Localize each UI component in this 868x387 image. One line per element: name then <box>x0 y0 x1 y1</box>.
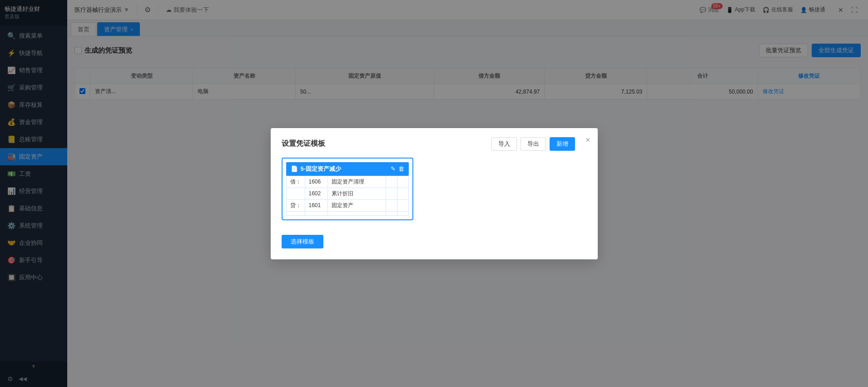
entry-extra2-0 <box>397 176 408 188</box>
template-entry-row: 贷： 1601 固定资产 <box>286 199 408 211</box>
select-template-btn[interactable]: 选择模板 <box>282 235 323 248</box>
template-edit-btn[interactable]: ✎ <box>391 165 396 172</box>
template-card-title: 📄 5-固定资产减少 <box>291 165 342 173</box>
entry-code-1: 1602 <box>305 188 327 199</box>
modal-toolbar: 导入 导出 新增 <box>491 137 575 151</box>
entry-account-1: 累计折旧 <box>327 188 386 199</box>
entry-extra2-1 <box>397 188 408 199</box>
entry-extra2-3 <box>397 211 408 215</box>
entry-code-3 <box>305 211 327 215</box>
template-card: 📄 5-固定资产减少 ✎ 🗑 借： 1606 固定资产清理 <box>282 158 413 220</box>
entry-direction-1 <box>286 188 305 199</box>
new-template-btn[interactable]: 新增 <box>550 137 575 151</box>
template-name: 5-固定资产减少 <box>301 165 342 173</box>
template-doc-icon: 📄 <box>291 165 298 172</box>
entry-direction-3 <box>286 211 305 215</box>
modal-overlay: 设置凭证模板 × 导入 导出 新增 📄 5-固定资产减少 ✎ 🗑 <box>0 0 868 387</box>
entry-extra-0 <box>386 176 397 188</box>
template-entries-table: 借： 1606 固定资产清理 1602 累计折旧 贷： <box>286 176 409 216</box>
entry-extra-1 <box>386 188 397 199</box>
entry-extra2-2 <box>397 199 408 211</box>
select-template-wrapper: 选择模板 <box>282 228 587 248</box>
entry-account-2: 固定资产 <box>327 199 386 211</box>
entry-account-0: 固定资产清理 <box>327 176 386 188</box>
entry-direction-0: 借： <box>286 176 305 188</box>
export-btn[interactable]: 导出 <box>521 137 546 151</box>
template-delete-btn[interactable]: 🗑 <box>398 165 404 172</box>
modal-close-btn[interactable]: × <box>585 135 590 145</box>
entry-code-2: 1601 <box>305 199 327 211</box>
entry-extra-2 <box>386 199 397 211</box>
import-btn[interactable]: 导入 <box>491 137 517 151</box>
template-entry-row <box>286 211 408 215</box>
entry-direction-2: 贷： <box>286 199 305 211</box>
entry-account-3 <box>327 211 386 215</box>
template-card-header: 📄 5-固定资产减少 ✎ 🗑 <box>286 162 409 176</box>
template-entry-row: 1602 累计折旧 <box>286 188 408 199</box>
entry-extra-3 <box>386 211 397 215</box>
entry-code-0: 1606 <box>305 176 327 188</box>
template-entry-row: 借： 1606 固定资产清理 <box>286 176 408 188</box>
modal-set-template: 设置凭证模板 × 导入 导出 新增 📄 5-固定资产减少 ✎ 🗑 <box>271 128 598 259</box>
template-card-actions: ✎ 🗑 <box>391 165 404 172</box>
